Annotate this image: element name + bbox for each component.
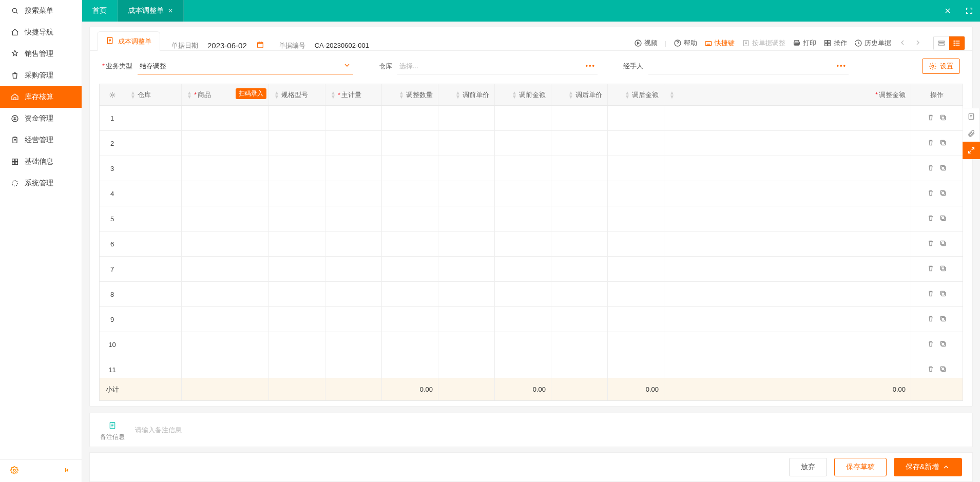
delete-row-icon[interactable] (927, 164, 935, 173)
col-spec[interactable]: ▲▼规格型号 (269, 84, 325, 105)
svg-point-8 (13, 469, 15, 471)
table-row[interactable]: 3 (100, 156, 963, 181)
svg-rect-20 (828, 44, 831, 46)
sidebar-item-7[interactable]: 基础信息 (0, 151, 82, 172)
operate-link[interactable]: 操作 (823, 38, 847, 48)
scan-entry-badge[interactable]: 扫码录入 (236, 88, 266, 99)
history-prev-icon[interactable] (898, 38, 907, 48)
table-row[interactable]: 6 (100, 232, 963, 257)
video-link[interactable]: 视频 (634, 38, 658, 48)
sidebar-item-6[interactable]: 经营管理 (0, 129, 82, 151)
delete-row-icon[interactable] (927, 113, 935, 123)
copy-row-icon[interactable] (939, 264, 947, 274)
col-config-icon[interactable] (100, 84, 125, 105)
view-mode-list[interactable] (949, 36, 965, 50)
view-mode-card[interactable] (934, 36, 949, 50)
copy-row-icon[interactable] (939, 365, 947, 375)
sidebar-item-label: 基础信息 (25, 157, 53, 166)
collapse-sidebar-icon[interactable] (63, 466, 71, 476)
document-icon (106, 36, 114, 46)
document-tab[interactable]: 成本调整单 (97, 31, 160, 51)
biz-type-select[interactable]: 结存调整 (138, 58, 353, 74)
column-settings-button[interactable]: 设置 (922, 59, 960, 74)
delete-row-icon[interactable] (927, 315, 935, 324)
col-main-unit[interactable]: ▲▼*主计量 (325, 84, 382, 105)
sidebar-item-3[interactable]: 采购管理 (0, 65, 82, 86)
table-row[interactable]: 9 (100, 307, 963, 332)
discard-button[interactable]: 放弃 (789, 458, 827, 476)
rail-expand-icon[interactable] (963, 142, 980, 159)
sidebar-item-label: 库存核算 (25, 92, 53, 102)
document-header: 成本调整单 单据日期 2023-06-02 单据编号 CA-20230602-0… (90, 27, 972, 51)
tab-0[interactable]: 首页 (82, 0, 118, 22)
row-index: 4 (100, 181, 125, 206)
table-row[interactable]: 1 (100, 106, 963, 131)
col-pre-amount[interactable]: ▲▼调前金额 (495, 84, 551, 105)
rail-attachment-icon[interactable] (963, 125, 980, 142)
col-post-amount[interactable]: ▲▼调后金额 (608, 84, 664, 105)
table-row[interactable]: 5 (100, 206, 963, 232)
col-product[interactable]: ▲▼*商品 扫码录入 (182, 84, 269, 105)
col-pre-price[interactable]: ▲▼调前单价 (438, 84, 495, 105)
copy-row-icon[interactable] (939, 214, 947, 224)
delete-row-icon[interactable] (927, 239, 935, 249)
by-document-adjust-link[interactable]: 按单据调整 (742, 38, 785, 48)
copy-row-icon[interactable] (939, 340, 947, 350)
copy-row-icon[interactable] (939, 139, 947, 148)
table-row[interactable]: 7 (100, 257, 963, 282)
shortcut-link[interactable]: 快捷键 (704, 38, 735, 48)
table-row[interactable]: 4 (100, 181, 963, 206)
col-adj-amount[interactable]: ▲▼*调整金额 (664, 84, 911, 105)
fullscreen-button[interactable] (958, 0, 980, 22)
table-row[interactable]: 10 (100, 332, 963, 357)
copy-row-icon[interactable] (939, 239, 947, 249)
tab-1[interactable]: 成本调整单✕ (118, 0, 184, 22)
save-draft-button[interactable]: 保存草稿 (834, 458, 887, 476)
svg-rect-44 (941, 317, 945, 321)
sidebar-bottom-bar (0, 459, 82, 482)
delete-row-icon[interactable] (927, 139, 935, 148)
copy-row-icon[interactable] (939, 189, 947, 199)
table-row[interactable]: 2 (100, 131, 963, 156)
settings-gear-icon[interactable] (10, 466, 18, 476)
table-row[interactable]: 8 (100, 282, 963, 307)
rail-note-icon[interactable] (963, 108, 980, 125)
doc-date-value[interactable]: 2023-06-02 (207, 41, 247, 50)
history-next-icon[interactable] (914, 38, 922, 48)
history-link[interactable]: 历史单据 (854, 38, 891, 48)
close-icon[interactable]: ✕ (168, 7, 173, 14)
copy-row-icon[interactable] (939, 315, 947, 324)
calendar-icon[interactable] (256, 41, 264, 50)
table-row[interactable]: 11 (100, 357, 963, 378)
clipboard-icon (10, 136, 20, 145)
col-post-price[interactable]: ▲▼调后单价 (551, 84, 608, 105)
delete-row-icon[interactable] (927, 264, 935, 274)
save-and-new-button[interactable]: 保存&新增 (894, 458, 962, 476)
sidebar-item-label: 快捷导航 (25, 28, 53, 37)
delete-row-icon[interactable] (927, 214, 935, 224)
close-all-tabs-button[interactable] (937, 0, 958, 22)
delete-row-icon[interactable] (927, 290, 935, 299)
svg-rect-42 (941, 292, 945, 296)
copy-row-icon[interactable] (939, 113, 947, 123)
sidebar-item-0[interactable]: 搜索菜单 (0, 0, 82, 22)
sidebar-item-5[interactable]: 资金管理 (0, 108, 82, 129)
warehouse-select[interactable]: 选择... ••• (397, 58, 598, 74)
copy-row-icon[interactable] (939, 164, 947, 173)
delete-row-icon[interactable] (927, 189, 935, 199)
document-tab-label: 成本调整单 (118, 37, 151, 46)
copy-row-icon[interactable] (939, 290, 947, 299)
delete-row-icon[interactable] (927, 365, 935, 375)
row-index: 1 (100, 106, 125, 130)
delete-row-icon[interactable] (927, 340, 935, 350)
remark-input[interactable] (135, 420, 962, 440)
sidebar-item-2[interactable]: 销售管理 (0, 43, 82, 65)
print-link[interactable]: 打印 (793, 38, 816, 48)
sidebar-item-8[interactable]: 系统管理 (0, 172, 82, 194)
col-warehouse[interactable]: ▲▼仓库 (125, 84, 182, 105)
sidebar-item-1[interactable]: 快捷导航 (0, 22, 82, 43)
help-link[interactable]: 帮助 (674, 38, 697, 48)
col-adj-qty[interactable]: ▲▼调整数量 (382, 84, 438, 105)
handler-select[interactable]: ••• (648, 58, 849, 74)
sidebar-item-4[interactable]: 库存核算 (0, 86, 82, 108)
